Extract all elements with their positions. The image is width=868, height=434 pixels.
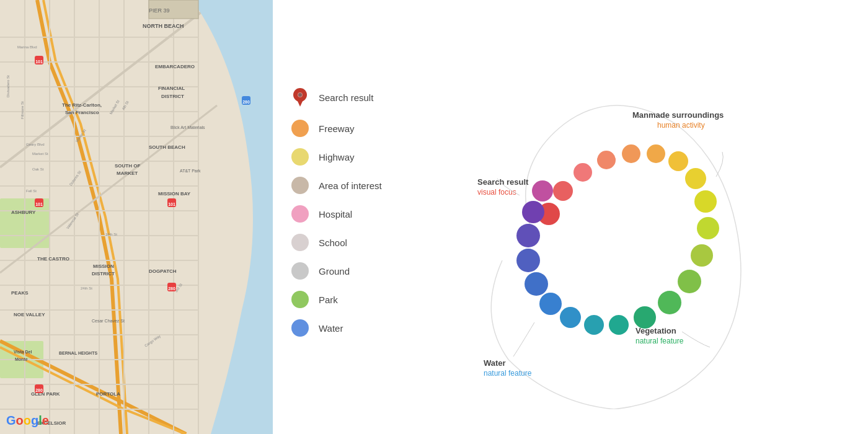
svg-point-103	[658, 291, 681, 314]
svg-text:The Ritz-Carlton,: The Ritz-Carlton,	[62, 102, 102, 108]
svg-text:Fillmore St: Fillmore St	[20, 101, 24, 119]
svg-text:DOGPATCH: DOGPATCH	[149, 268, 177, 274]
svg-text:PIER 39: PIER 39	[149, 7, 170, 14]
svg-text:280: 280	[35, 388, 43, 392]
svg-point-96	[647, 144, 665, 163]
legend-label-highway: Highway	[319, 152, 355, 162]
ground-dot	[291, 262, 309, 280]
svg-point-101	[691, 244, 713, 267]
svg-text:101: 101	[168, 202, 175, 206]
svg-marker-88	[296, 99, 304, 107]
legend-item-hospital: Hospital	[291, 205, 415, 223]
svg-point-104	[634, 306, 656, 329]
svg-text:Cesar Chavez St: Cesar Chavez St	[92, 319, 125, 323]
svg-point-106	[584, 315, 604, 335]
svg-text:NOE VALLEY: NOE VALLEY	[14, 312, 45, 317]
svg-text:Fell St: Fell St	[26, 189, 37, 193]
color-wheel-svg: Search result visual focus Manmade surro…	[453, 87, 775, 409]
svg-text:Marina Blvd: Marina Blvd	[17, 45, 37, 49]
svg-text:Oak St: Oak St	[32, 167, 44, 171]
svg-text:DISTRICT: DISTRICT	[161, 94, 184, 99]
svg-point-112	[522, 201, 544, 223]
legend-label-school: School	[319, 237, 347, 248]
right-section: Search result Freeway Highway Area of in…	[273, 0, 868, 434]
svg-text:Vista Del: Vista Del	[14, 350, 32, 354]
svg-point-113	[532, 180, 553, 202]
area-of-interest-dot	[291, 177, 309, 194]
svg-point-94	[597, 151, 616, 169]
legend-label-ground: Ground	[319, 266, 350, 277]
svg-text:PEAKS: PEAKS	[11, 290, 29, 296]
legend-item-freeway: Freeway	[291, 120, 415, 137]
search-result-pin	[291, 86, 309, 108]
google-logo: Google	[6, 414, 49, 428]
svg-text:24th St: 24th St	[81, 286, 92, 290]
svg-text:DISTRICT: DISTRICT	[92, 271, 115, 277]
school-dot	[291, 234, 309, 251]
svg-point-102	[678, 270, 701, 293]
map-canvas: PIER 39 NORTH BEACH EMBARCADERO FINANCIA…	[0, 0, 273, 434]
svg-point-93	[574, 163, 592, 182]
color-wheel: Search result visual focus Manmade surro…	[453, 87, 713, 347]
svg-point-108	[539, 293, 562, 315]
svg-point-92	[553, 181, 573, 201]
legend-label-area-of-interest: Area of interest	[319, 180, 382, 191]
svg-point-95	[622, 144, 640, 163]
legend: Search result Freeway Highway Area of in…	[291, 86, 415, 348]
svg-text:BERNAL HEIGHTS: BERNAL HEIGHTS	[59, 351, 97, 355]
svg-text:Blick Art Materials: Blick Art Materials	[170, 125, 205, 130]
svg-text:Search result: Search result	[477, 177, 529, 187]
legend-item-park: Park	[291, 291, 415, 308]
water-dot	[291, 319, 309, 337]
svg-point-111	[516, 224, 540, 247]
svg-text:Vegetation: Vegetation	[636, 326, 676, 335]
svg-text:FINANCIAL: FINANCIAL	[158, 86, 185, 91]
svg-text:SOUTH OF: SOUTH OF	[115, 163, 140, 169]
svg-text:EMBARCADERO: EMBARCADERO	[155, 64, 195, 69]
svg-point-98	[685, 168, 706, 189]
svg-point-100	[697, 217, 719, 239]
svg-text:AT&T Park: AT&T Park	[180, 169, 201, 173]
svg-point-105	[609, 315, 629, 335]
legend-item-ground: Ground	[291, 262, 415, 280]
svg-text:101: 101	[35, 202, 43, 206]
svg-text:natural feature: natural feature	[484, 369, 532, 378]
svg-text:PORTOLA: PORTOLA	[96, 391, 120, 397]
svg-text:Monte: Monte	[15, 357, 28, 361]
svg-text:16th St: 16th St	[105, 232, 117, 236]
legend-label-water: Water	[319, 323, 343, 334]
svg-text:MISSION BAY: MISSION BAY	[158, 191, 191, 197]
svg-text:Manmade surroundings: Manmade surroundings	[632, 110, 724, 120]
svg-point-99	[694, 190, 717, 213]
park-dot	[291, 291, 309, 308]
svg-point-109	[525, 272, 548, 296]
svg-text:SOUTH BEACH: SOUTH BEACH	[149, 144, 185, 150]
svg-point-110	[516, 249, 540, 272]
svg-text:101: 101	[35, 60, 43, 64]
highway-dot	[291, 148, 309, 166]
svg-text:San Francisco: San Francisco	[65, 110, 99, 115]
svg-point-90	[298, 93, 302, 97]
legend-label-search-result: Search result	[319, 92, 373, 103]
legend-item-school: School	[291, 234, 415, 251]
svg-text:MISSION: MISSION	[93, 264, 114, 269]
freeway-dot	[291, 120, 309, 137]
svg-text:natural feature: natural feature	[636, 337, 684, 345]
map-section: PIER 39 NORTH BEACH EMBARCADERO FINANCIA…	[0, 0, 273, 434]
legend-item-area-of-interest: Area of interest	[291, 177, 415, 194]
svg-text:visual focus: visual focus	[477, 188, 516, 197]
legend-item-highway: Highway	[291, 148, 415, 166]
svg-point-107	[560, 307, 581, 328]
legend-label-freeway: Freeway	[319, 123, 355, 134]
svg-text:THE CASTRO: THE CASTRO	[37, 256, 69, 262]
svg-text:human activity: human activity	[657, 121, 705, 130]
svg-text:280: 280	[242, 100, 250, 104]
legend-item-water: Water	[291, 319, 415, 337]
svg-text:Market St: Market St	[32, 152, 48, 156]
svg-text:Divisadero St: Divisadero St	[6, 75, 10, 97]
svg-text:MARKET: MARKET	[117, 170, 138, 176]
hospital-dot	[291, 205, 309, 223]
legend-label-park: Park	[319, 294, 338, 305]
legend-label-hospital: Hospital	[319, 209, 352, 219]
svg-text:Water: Water	[484, 358, 506, 368]
